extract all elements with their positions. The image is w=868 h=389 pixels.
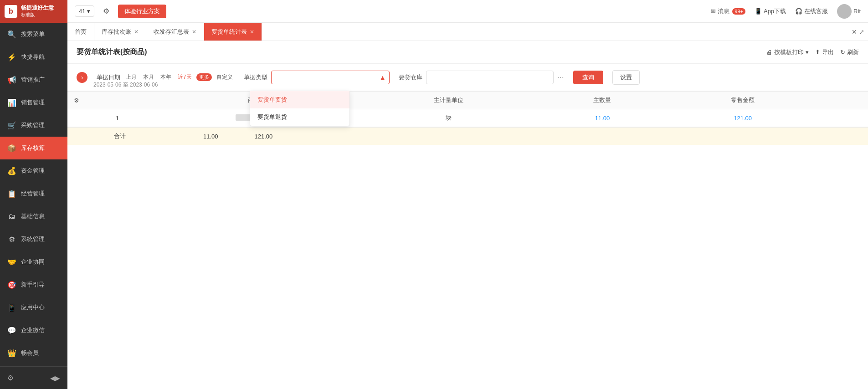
tab-home[interactable]: 首页 xyxy=(67,23,94,41)
sidebar-nav: 🔍 搜索菜单 ⚡ 快捷导航 📢 营销推广 📊 销售管理 🛒 采购管理 📦 库存核… xyxy=(0,23,67,366)
last-7days-btn[interactable]: 近7天 xyxy=(176,72,194,82)
more-dates-badge[interactable]: 更多 xyxy=(196,73,212,81)
logo-icon: b xyxy=(5,5,17,18)
mobile-icon: 📱 xyxy=(7,303,16,312)
tab-expand-icon[interactable]: ⤢ xyxy=(859,28,864,36)
sidebar-item-member[interactable]: 👑 畅会员 xyxy=(0,342,67,364)
col-header-settings[interactable]: ⚙ xyxy=(67,92,86,109)
quantity-link[interactable]: 11.00 xyxy=(595,115,610,122)
breadcrumb-selector[interactable]: 41 ▾ xyxy=(75,5,94,17)
type-filter-group: 单据类型 ▲ xyxy=(244,71,390,84)
header-settings-btn[interactable]: ⚙ xyxy=(100,5,113,18)
sidebar-item-newbie[interactable]: 🎯 新手引导 xyxy=(0,273,67,296)
app-download-action[interactable]: 📱 App下载 xyxy=(755,7,786,15)
cell-quantity[interactable]: 11.00 xyxy=(539,109,666,127)
sidebar-item-label: 库存核算 xyxy=(21,144,45,152)
tab-bar-actions: ✕ ⤢ xyxy=(848,23,868,41)
sidebar-item-operation[interactable]: 📋 经营管理 xyxy=(0,182,67,205)
warehouse-input[interactable] xyxy=(426,71,554,84)
print-icon: 🖨 xyxy=(766,49,772,56)
sidebar-item-label: 系统管理 xyxy=(21,235,45,243)
this-year-btn[interactable]: 本年 xyxy=(159,72,173,82)
messages-action[interactable]: ✉ 消息 99+ xyxy=(711,7,745,15)
print-template-btn[interactable]: 🖨 按模板打印 ▾ xyxy=(766,48,809,56)
sidebar-item-label: 基础信息 xyxy=(21,212,45,220)
warehouse-filter-group: 要货仓库 ··· xyxy=(399,71,564,84)
sidebar-toggle-icon[interactable]: ◀▶ xyxy=(50,374,60,382)
tab-inventory-batch[interactable]: 库存批次账 ✕ xyxy=(94,23,146,41)
sidebar-item-basic[interactable]: 🗂 基础信息 xyxy=(0,205,67,228)
tab-recv-summary-label: 收发存汇总表 xyxy=(154,28,189,36)
dropdown-item-requisition[interactable]: 要货单要货 xyxy=(250,91,349,108)
tab-close-recv-summary[interactable]: ✕ xyxy=(192,29,196,35)
main-area: 41 ▾ ⚙ 体验行业方案 ✉ 消息 99+ 📱 App下载 🎧 在线客服 R xyxy=(67,0,868,389)
table-row: 1 块 11.00 121.00 xyxy=(67,109,868,127)
online-service-action[interactable]: 🎧 在线客服 xyxy=(795,7,828,15)
page-content: 要货单统计表(按商品) 🖨 按模板打印 ▾ ⬆ 导出 ↻ 刷新 xyxy=(67,41,868,389)
headset-icon: 🎧 xyxy=(795,8,802,15)
breadcrumb-num: 41 xyxy=(79,8,85,15)
search-icon: 🔍 xyxy=(7,30,16,39)
tab-requisition-stat[interactable]: 要货单统计表 ✕ xyxy=(204,23,262,41)
online-service-label: 在线客服 xyxy=(804,7,828,15)
sidebar-item-marketing[interactable]: 📢 营销推广 xyxy=(0,68,67,91)
sidebar-item-enterprise[interactable]: 🤝 企业协同 xyxy=(0,251,67,273)
handshake-icon: 🤝 xyxy=(7,257,16,266)
col-header-quantity: 主数量 xyxy=(539,92,666,109)
avatar xyxy=(837,4,852,19)
sidebar-settings-icon[interactable]: ⚙ xyxy=(7,374,14,382)
more-filters-icon[interactable]: ··· xyxy=(557,72,564,82)
chevron-down-icon: ▾ xyxy=(87,8,90,15)
sidebar-bottom: ⚙ ◀▶ xyxy=(0,366,67,389)
sidebar-item-search[interactable]: 🔍 搜索菜单 xyxy=(0,23,67,46)
sidebar-item-sales[interactable]: 📊 销售管理 xyxy=(0,91,67,114)
table-header-row: ⚙ 商品 主计量单位 主数量 零售金额 xyxy=(67,92,868,109)
sidebar-item-label: 企业协同 xyxy=(21,258,45,266)
refresh-btn[interactable]: ↻ 刷新 xyxy=(840,48,859,56)
query-button[interactable]: 查询 xyxy=(573,71,603,84)
cart-icon: 🛒 xyxy=(7,121,16,130)
sidebar-item-purchase[interactable]: 🛒 采购管理 xyxy=(0,114,67,137)
this-month-btn[interactable]: 本月 xyxy=(141,72,156,82)
sidebar-item-label: 销售管理 xyxy=(21,98,45,107)
last-month-btn[interactable]: 上月 xyxy=(124,72,139,82)
sidebar-item-label: 应用中心 xyxy=(21,303,45,312)
box-icon: 📦 xyxy=(7,143,16,153)
sidebar-item-app-center[interactable]: 📱 应用中心 xyxy=(0,296,67,319)
dropdown-item-return[interactable]: 要货单退货 xyxy=(250,108,349,126)
sidebar-item-label: 采购管理 xyxy=(21,121,45,129)
messages-label: 消息 xyxy=(718,7,729,15)
amount-link[interactable]: 121.00 xyxy=(734,115,752,122)
lightning-icon: ⚡ xyxy=(7,52,16,61)
footer-amount: 121.00 xyxy=(255,133,273,140)
export-btn[interactable]: ⬆ 导出 xyxy=(815,48,834,56)
cell-extra xyxy=(820,109,868,127)
tab-bar: 首页 库存批次账 ✕ 收发存汇总表 ✕ 要货单统计表 ✕ ✕ ⤢ xyxy=(67,23,868,41)
tab-close-requisition-stat[interactable]: ✕ xyxy=(250,29,254,35)
export-label: 导出 xyxy=(822,48,834,56)
sidebar-item-label: 经营管理 xyxy=(21,189,45,198)
tab-close-all-icon[interactable]: ✕ xyxy=(852,28,857,36)
sidebar-item-finance[interactable]: 💰 资金管理 xyxy=(0,159,67,182)
sidebar-item-shortcut[interactable]: ⚡ 快捷导航 xyxy=(0,46,67,68)
tab-requisition-stat-label: 要货单统计表 xyxy=(211,28,247,36)
money-icon: 💰 xyxy=(7,166,16,175)
tab-inventory-batch-label: 库存批次账 xyxy=(102,28,131,36)
cell-amount[interactable]: 121.00 xyxy=(666,109,820,127)
user-profile[interactable]: Rit xyxy=(837,4,861,19)
custom-btn[interactable]: 自定义 xyxy=(215,72,235,82)
tab-close-inventory-batch[interactable]: ✕ xyxy=(134,29,139,35)
tab-recv-summary[interactable]: 收发存汇总表 ✕ xyxy=(146,23,204,41)
sidebar-item-inventory[interactable]: 📦 库存核算 xyxy=(0,137,67,159)
settings-button[interactable]: 设置 xyxy=(612,70,640,85)
sidebar-item-label: 营销推广 xyxy=(21,76,45,84)
type-filter-label: 单据类型 xyxy=(244,73,267,82)
trial-button[interactable]: 体验行业方案 xyxy=(118,5,166,18)
filter-expand-btn[interactable]: › xyxy=(77,72,87,83)
type-select-input[interactable] xyxy=(271,71,390,84)
date-range-text: 2023-05-06 至 2023-06-06 xyxy=(93,82,158,88)
sidebar-item-label: 快捷导航 xyxy=(21,53,45,61)
bell-icon: ✉ xyxy=(711,8,716,15)
sidebar-item-wechat[interactable]: 💬 企业微信 xyxy=(0,319,67,342)
sidebar-item-system[interactable]: ⚙ 系统管理 xyxy=(0,228,67,251)
